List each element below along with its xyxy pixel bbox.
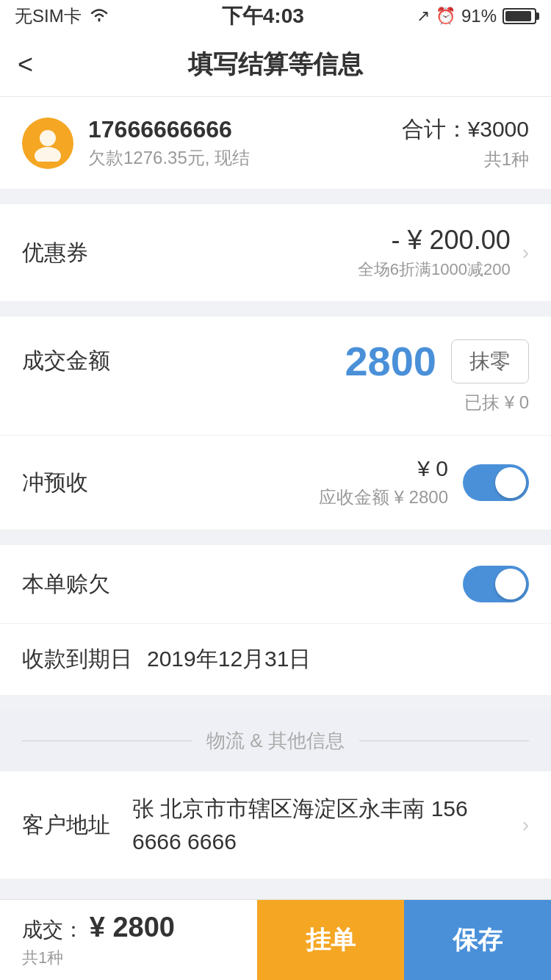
bottom-summary: 成交： ¥ 2800 共1种 (0, 912, 257, 969)
round-zero-button[interactable]: 抹零 (451, 339, 529, 383)
prereceive-toggle[interactable] (463, 464, 529, 501)
prereceive-row: 冲预收 ¥ 0 应收金额 ¥ 2800 (22, 456, 529, 509)
status-right: ↗ ⏰ 91% (417, 6, 536, 26)
customer-phone: 17666666666 (88, 116, 250, 143)
customer-note: 欠款1276.35元, 现结 (88, 146, 250, 170)
deal-right: 2800 抹零 (345, 337, 529, 385)
bottom-deal-text: 成交： (22, 918, 84, 941)
content: 17666666666 欠款1276.35元, 现结 合计：¥3000 共1种 … (0, 97, 551, 980)
deal-sub: 已抹 ¥ 0 (22, 391, 529, 414)
chevron-right-icon: › (522, 241, 529, 264)
pending-button[interactable]: 挂单 (257, 900, 404, 981)
coupon-label: 优惠券 (22, 238, 88, 268)
total-count: 共1种 (402, 148, 529, 171)
svg-point-0 (40, 130, 56, 146)
customer-summary: 合计：¥3000 共1种 (402, 115, 529, 171)
prereceive-section: 冲预收 ¥ 0 应收金额 ¥ 2800 (0, 436, 551, 530)
section-gap-2 (0, 302, 551, 317)
carrier-text: 无SIM卡 (15, 4, 82, 28)
coupon-info: - ¥ 200.00 全场6折满1000减200 (358, 225, 511, 281)
deal-amount-number: 2800 (345, 337, 436, 385)
due-date-label: 收款到期日 (22, 644, 132, 674)
svg-point-1 (35, 147, 61, 162)
coupon-detail: 全场6折满1000减200 (358, 259, 511, 281)
address-label: 客户地址 (22, 810, 110, 840)
coupon-right: - ¥ 200.00 全场6折满1000减200 › (358, 225, 529, 281)
status-bar: 无SIM卡 下午4:03 ↗ ⏰ 91% (0, 0, 551, 32)
battery-icon (503, 8, 536, 24)
address-value: 张 北京市市辖区海淀区永丰南 156 6666 6666 (132, 792, 522, 858)
address-section[interactable]: 客户地址 张 北京市市辖区海淀区永丰南 156 6666 6666 › (0, 771, 551, 879)
coupon-amount: - ¥ 200.00 (358, 225, 511, 256)
debt-toggle-knob (495, 569, 526, 599)
bottom-deal-label: 成交： ¥ 2800 (22, 912, 235, 944)
customer-left: 17666666666 欠款1276.35元, 现结 (22, 116, 250, 170)
status-time: 下午4:03 (222, 2, 304, 30)
page-title: 填写结算等信息 (188, 48, 363, 82)
alarm-icon: ⏰ (436, 7, 455, 26)
debt-section: 本单赊欠 (0, 545, 551, 624)
save-button[interactable]: 保存 (404, 900, 551, 981)
bottom-bar: 成交： ¥ 2800 共1种 挂单 保存 (0, 899, 551, 980)
divider-line-left (22, 741, 192, 741)
total-amount: 合计：¥3000 (402, 115, 529, 145)
toggle-knob (495, 467, 526, 498)
prereceive-label: 冲预收 (22, 468, 88, 498)
logistics-label: 物流 & 其他信息 (206, 728, 345, 754)
customer-info: 17666666666 欠款1276.35元, 现结 (88, 116, 250, 170)
debt-label: 本单赊欠 (22, 569, 110, 599)
avatar (22, 118, 73, 169)
debt-toggle[interactable] (463, 566, 529, 602)
section-gap-1 (0, 190, 551, 204)
nav-bar: < 填写结算等信息 (0, 32, 551, 97)
due-date-value: 2019年12月31日 (147, 644, 311, 674)
prereceive-amount: ¥ 0 (319, 456, 448, 481)
section-gap-4 (0, 696, 551, 710)
divider-line-right (359, 741, 529, 741)
prereceive-note: 应收金额 ¥ 2800 (319, 486, 448, 509)
address-chevron-icon: › (522, 813, 529, 837)
status-left: 无SIM卡 (15, 4, 109, 28)
battery-percent: 91% (461, 6, 497, 26)
due-date-section: 收款到期日 2019年12月31日 (0, 624, 551, 696)
deal-row: 成交金额 2800 抹零 (22, 337, 529, 385)
bottom-count: 共1种 (22, 947, 235, 969)
due-date-row: 收款到期日 2019年12月31日 (22, 644, 529, 674)
bottom-deal-amount: ¥ 2800 (90, 912, 175, 943)
customer-card: 17666666666 欠款1276.35元, 现结 合计：¥3000 共1种 (0, 97, 551, 190)
prereceive-info: ¥ 0 应收金额 ¥ 2800 (319, 456, 448, 509)
back-button[interactable]: < (18, 49, 33, 80)
prereceive-right: ¥ 0 应收金额 ¥ 2800 (319, 456, 529, 509)
logistics-divider: 物流 & 其他信息 (0, 710, 551, 771)
wifi-icon (89, 6, 109, 26)
deal-amount-section: 成交金额 2800 抹零 已抹 ¥ 0 (0, 317, 551, 436)
location-icon: ↗ (417, 7, 430, 26)
coupon-row[interactable]: 优惠券 - ¥ 200.00 全场6折满1000减200 › (0, 204, 551, 302)
deal-label: 成交金额 (22, 346, 110, 376)
section-gap-3 (0, 530, 551, 545)
